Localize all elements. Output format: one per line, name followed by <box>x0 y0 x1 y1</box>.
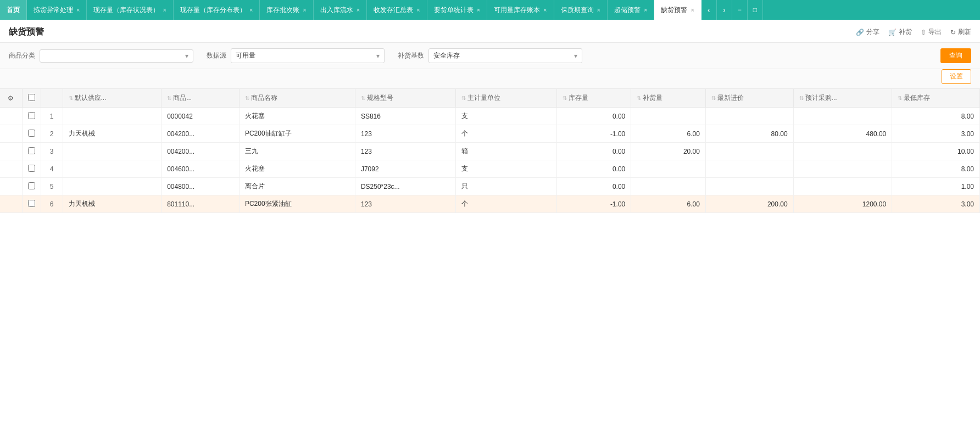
tab-batch-account-close[interactable]: × <box>303 7 306 13</box>
row-settings-0[interactable] <box>0 108 22 125</box>
row-checkbox-3[interactable] <box>28 165 35 172</box>
row-min-stock-2: 10.00 <box>892 143 980 160</box>
row-min-stock-0: 8.00 <box>892 108 980 125</box>
row-checkbox-cell-3[interactable] <box>22 160 41 178</box>
tab-shortage[interactable]: 缺货预警 × <box>654 0 701 20</box>
row-checkbox-5[interactable] <box>28 200 35 207</box>
refresh-button[interactable]: ↻ 刷新 <box>950 27 971 37</box>
th-settings[interactable]: ⚙ <box>0 89 22 108</box>
tab-shortage-close[interactable]: × <box>691 7 694 13</box>
th-supplier-label: 默认供应... <box>75 93 107 103</box>
tab-available-ledger-close[interactable]: × <box>543 7 547 13</box>
share-button[interactable]: 🔗 分享 <box>856 27 879 37</box>
tab-expiry-query-close[interactable]: × <box>597 7 600 13</box>
row-settings-1[interactable] <box>0 125 22 143</box>
row-checkbox-4[interactable] <box>28 182 35 189</box>
export-button[interactable]: ⇧ 导出 <box>921 27 942 37</box>
table-row: 4 004600... 火花塞 J7092 支 0.00 8.00 <box>0 160 980 178</box>
th-latest-price-sort-icon[interactable]: ⇅ <box>711 95 716 101</box>
row-est-purchase-2 <box>793 143 892 160</box>
refresh-label: 刷新 <box>958 27 971 37</box>
row-checkbox-cell-0[interactable] <box>22 108 41 125</box>
row-unit-2: 箱 <box>455 143 556 160</box>
th-est-purchase-sort-icon[interactable]: ⇅ <box>799 95 804 101</box>
tab-nav-next[interactable]: › <box>717 0 732 20</box>
tab-nav-prev[interactable]: ‹ <box>701 0 717 20</box>
row-latest-price-5: 200.00 <box>705 195 793 213</box>
row-checkbox-cell-4[interactable] <box>22 178 41 195</box>
tab-batch-account[interactable]: 库存批次账 × <box>260 0 313 20</box>
tab-home-label: 首页 <box>7 5 20 15</box>
row-checkbox-0[interactable] <box>28 112 35 119</box>
row-product-name-2: 三九 <box>239 143 355 160</box>
row-checkbox-cell-2[interactable] <box>22 143 41 160</box>
row-min-stock-1: 3.00 <box>892 125 980 143</box>
restock-base-select[interactable]: 安全库存 ▾ <box>428 48 582 63</box>
tab-inventory-dist-close[interactable]: × <box>249 7 253 13</box>
tab-inventory-status[interactable]: 现存量（库存状况表） × <box>87 0 173 20</box>
th-unit-sort-icon[interactable]: ⇅ <box>461 95 466 101</box>
row-restock-qty-2: 20.00 <box>631 143 706 160</box>
th-min-stock-label: 最低库存 <box>904 93 930 103</box>
tab-order-stats-close[interactable]: × <box>477 7 480 13</box>
tab-maximize[interactable]: □ <box>748 0 763 20</box>
th-supplier-sort-icon[interactable]: ⇅ <box>69 95 73 101</box>
restock-button[interactable]: 🛒 补货 <box>888 27 912 37</box>
category-arrow-icon: ▾ <box>185 52 188 60</box>
row-product-name-4: 离合片 <box>239 178 355 195</box>
row-checkbox-2[interactable] <box>28 147 35 154</box>
th-product-code-sort-icon[interactable]: ⇅ <box>167 95 171 101</box>
query-button[interactable]: 查询 <box>940 48 971 63</box>
row-num-5: 6 <box>41 195 63 213</box>
settings-button[interactable]: 设置 <box>942 69 971 84</box>
row-settings-2[interactable] <box>0 143 22 160</box>
tab-collect-summary[interactable]: 收发存汇总表 × <box>367 0 427 20</box>
tab-home[interactable]: 首页 <box>0 0 27 20</box>
row-settings-5[interactable] <box>0 195 22 213</box>
restock-base-filter-group: 补货基数 安全库存 ▾ <box>398 48 582 63</box>
th-latest-price: ⇅ 最新进价 <box>705 89 793 108</box>
tab-inout-flow-close[interactable]: × <box>357 7 360 13</box>
row-checkbox-cell-5[interactable] <box>22 195 41 213</box>
th-min-stock-sort-icon[interactable]: ⇅ <box>898 95 902 101</box>
tab-minimize[interactable]: − <box>732 0 748 20</box>
th-product-name-sort-icon[interactable]: ⇅ <box>245 95 249 101</box>
row-checkbox-1[interactable] <box>28 130 35 137</box>
th-checkbox[interactable] <box>22 89 41 108</box>
row-est-purchase-1: 480.00 <box>793 125 892 143</box>
tab-expiry-query[interactable]: 保质期查询 × <box>554 0 608 20</box>
row-unit-1: 个 <box>455 125 556 143</box>
tab-overstock[interactable]: 超储预警 × <box>608 0 654 20</box>
datasource-select[interactable]: 可用量 ▾ <box>231 48 385 63</box>
tab-inventory-dist[interactable]: 现存量（库存分布表） × <box>174 0 260 20</box>
tab-inventory-status-close[interactable]: × <box>163 7 166 13</box>
row-settings-4[interactable] <box>0 178 22 195</box>
tab-abnormal-label: 拣货异常处理 <box>34 5 73 15</box>
filter-actions-row: 设置 <box>0 69 980 89</box>
tab-inout-flow[interactable]: 出入库流水 × <box>314 0 367 20</box>
filter-row: 商品分类 ▾ 数据源 可用量 ▾ 补货基数 安全库存 ▾ <box>9 48 971 63</box>
category-select[interactable]: ▾ <box>40 49 193 63</box>
tab-overstock-close[interactable]: × <box>644 7 647 13</box>
row-checkbox-cell-1[interactable] <box>22 125 41 143</box>
table-header-row: ⚙ ⇅ 默认供应... ⇅ 商 <box>0 89 980 108</box>
restock-label: 补货 <box>899 27 912 37</box>
row-stock-2: 0.00 <box>556 143 631 160</box>
tab-abnormal-close[interactable]: × <box>76 7 80 13</box>
th-spec: ⇅ 规格型号 <box>355 89 455 108</box>
select-all-checkbox[interactable] <box>28 94 35 101</box>
th-restock-qty-sort-icon[interactable]: ⇅ <box>637 95 641 101</box>
page-title: 缺货预警 <box>9 26 44 38</box>
row-est-purchase-3 <box>793 160 892 178</box>
th-stock-sort-icon[interactable]: ⇅ <box>563 95 567 101</box>
row-product-code-4: 004800... <box>162 178 240 195</box>
tab-available-ledger[interactable]: 可用量库存账本 × <box>487 0 554 20</box>
tab-order-stats[interactable]: 要货单统计表 × <box>427 0 487 20</box>
tab-collect-summary-close[interactable]: × <box>416 7 420 13</box>
th-spec-label: 规格型号 <box>367 93 393 103</box>
row-spec-3: J7092 <box>355 160 455 178</box>
tab-abnormal[interactable]: 拣货异常处理 × <box>27 0 87 20</box>
row-num-3: 4 <box>41 160 63 178</box>
th-spec-sort-icon[interactable]: ⇅ <box>361 95 365 101</box>
row-settings-3[interactable] <box>0 160 22 178</box>
